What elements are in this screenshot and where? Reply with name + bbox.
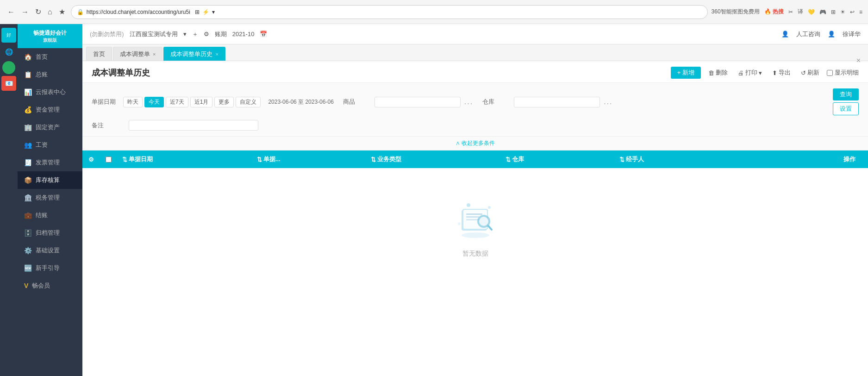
select-all-checkbox[interactable] [106, 157, 112, 163]
sidebar-item-invoice[interactable]: 🧾 发票管理 [18, 154, 82, 171]
goods-filter-input[interactable] [375, 97, 461, 107]
icon-bar: 好 🌐 📧 [0, 24, 18, 376]
tab-cost-adjust-label: 成本调整单 [120, 50, 150, 58]
reload-button[interactable]: ↻ [33, 6, 43, 17]
refresh-icon: ↺ [801, 69, 806, 76]
shortcut-yesterday[interactable]: 昨天 [123, 97, 143, 107]
collapse-bar[interactable]: ∧ 收起更多条件 [82, 137, 868, 150]
icon-bar-green[interactable] [2, 61, 15, 74]
payroll-icon: 👥 [24, 141, 32, 149]
sidebar-item-guide[interactable]: 🆕 新手引导 [18, 259, 82, 277]
warehouse-filter-input[interactable] [514, 97, 600, 107]
shortcut-today[interactable]: 今天 [144, 97, 164, 107]
date-filter-label: 单据日期 [92, 98, 119, 106]
sidebar-label-guide: 新手引导 [36, 264, 60, 272]
menu-icon[interactable]: ≡ [859, 9, 862, 15]
shortcut-7days[interactable]: 近7天 [166, 97, 188, 107]
browser-navigation: ← → ↻ ⌂ ★ [6, 6, 67, 17]
sidebar-item-fixed-assets[interactable]: 🏢 固定资产 [18, 119, 82, 136]
th-num-label: 单据... [263, 155, 281, 163]
print-btn[interactable]: 🖨 打印 ▾ [735, 67, 765, 78]
sidebar-item-reports[interactable]: 📊 云报表中心 [18, 83, 82, 101]
scissors-icon[interactable]: ✂ [788, 9, 793, 15]
th-warehouse-label: 仓库 [512, 155, 524, 163]
service-btn[interactable]: 人工咨询 [796, 30, 820, 38]
th-num[interactable]: ⇅ 单据... [251, 155, 365, 163]
star-button[interactable]: ★ [57, 6, 67, 17]
sidebar-item-payroll[interactable]: 👥 工资 [18, 136, 82, 154]
settings-gear-icon[interactable]: ⚙ [204, 31, 209, 38]
home-button[interactable]: ⌂ [46, 7, 54, 17]
archive-icon: 🗄️ [24, 229, 32, 237]
logo-subtitle: 旗舰版 [43, 37, 57, 44]
svg-rect-5 [466, 216, 479, 218]
tab-cost-adjust-history[interactable]: 成本调整单历史 × [163, 47, 225, 61]
export-btn[interactable]: ⬆ 导出 [769, 67, 793, 78]
svg-point-11 [488, 206, 491, 209]
sidebar-item-settings[interactable]: ⚙️ 基础设置 [18, 242, 82, 259]
calendar-icon[interactable]: 📅 [260, 31, 267, 38]
collapse-icon: ∧ [456, 140, 460, 146]
funds-icon: 💰 [24, 106, 32, 113]
icon-bar-red[interactable]: 📧 [1, 76, 16, 91]
address-bar[interactable]: 🔒 https://cloud.chanjet.com/accounting/u… [71, 5, 708, 19]
th-date[interactable]: ⇅ 单据日期 [117, 155, 251, 163]
sidebar-item-tax[interactable]: 🏛️ 税务管理 [18, 189, 82, 207]
show-detail-toggle[interactable]: 显示明细 [827, 69, 859, 77]
th-check[interactable] [100, 157, 117, 163]
tab-cost-adjust-close[interactable]: × [153, 51, 156, 57]
dropdown-icon[interactable]: ▾ [183, 31, 187, 38]
sidebar-item-member[interactable]: V 畅会员 [18, 277, 82, 295]
shortcut-1month[interactable]: 近1月 [190, 97, 213, 107]
th-person-label: 经手人 [626, 155, 644, 163]
sidebar-item-ledger[interactable]: 📋 总账 [18, 66, 82, 83]
sidebar-item-archive[interactable]: 🗄️ 归档管理 [18, 224, 82, 242]
svg-rect-4 [466, 213, 482, 215]
sidebar-item-funds[interactable]: 💰 资金管理 [18, 101, 82, 119]
guide-icon: 🆕 [24, 264, 32, 272]
shortcut-custom[interactable]: 自定义 [236, 97, 261, 107]
shortcut-more[interactable]: 更多 [214, 97, 234, 107]
home-icon: 🏠 [24, 53, 32, 61]
filter-settings-btn[interactable]: 设置 [833, 102, 859, 115]
new-btn[interactable]: + 新增 [671, 67, 701, 79]
forward-button[interactable]: → [19, 7, 31, 17]
wallet-icon[interactable]: 💛 [808, 9, 815, 15]
sidebar-item-checkout[interactable]: 💼 结账 [18, 207, 82, 224]
translate-icon[interactable]: 译 [798, 8, 803, 16]
th-person[interactable]: ⇅ 经手人 [614, 155, 728, 163]
back-button[interactable]: ← [6, 7, 17, 17]
undo-icon[interactable]: ↩ [850, 9, 855, 15]
page-header: 成本调整单历史 + 新增 🗑 删除 🖨 打印 ▾ ⬆ 导出 [82, 61, 868, 83]
th-date-label: 单据日期 [129, 155, 153, 163]
th-warehouse[interactable]: ⇅ 仓库 [500, 155, 614, 163]
show-detail-checkbox[interactable] [827, 70, 833, 76]
refresh-btn[interactable]: ↺ 刷新 [798, 67, 822, 78]
brightness-icon[interactable]: ☀ [840, 9, 845, 15]
sidebar-label-funds: 资金管理 [36, 106, 60, 114]
grid-icon[interactable]: ⊞ [831, 9, 836, 15]
window-close-btn[interactable]: × [856, 56, 861, 65]
ledger-icon: 📋 [24, 71, 32, 78]
add-company-icon[interactable]: ＋ [192, 30, 198, 38]
tab-cost-adjust-history-label: 成本调整单历史 [170, 50, 212, 58]
query-btn[interactable]: 查询 [833, 88, 859, 100]
action-buttons: 查询 设置 [833, 88, 859, 115]
browser-chevron-icon: ▾ [212, 9, 215, 15]
icon-bar-logo[interactable]: 好 [1, 28, 16, 43]
th-type[interactable]: ⇅ 业务类型 [365, 155, 500, 163]
export-icon: ⬆ [772, 69, 777, 76]
th-settings[interactable]: ⚙ [82, 156, 100, 163]
note-filter-input[interactable] [129, 120, 258, 131]
game-icon[interactable]: 🎮 [819, 9, 826, 15]
tab-cost-adjust[interactable]: 成本调整单 × [113, 47, 162, 61]
tab-cost-adjust-history-close[interactable]: × [215, 51, 218, 57]
company-note: (勿删勿禁用) [90, 30, 124, 38]
warehouse-more-btn[interactable]: ... [604, 98, 612, 106]
delete-btn[interactable]: 🗑 删除 [706, 67, 731, 78]
icon-bar-weibo[interactable]: 🌐 [1, 44, 16, 59]
goods-more-btn[interactable]: ... [464, 98, 473, 106]
tab-home[interactable]: 首页 [86, 47, 112, 61]
sidebar-item-home[interactable]: 🏠 首页 [18, 48, 82, 66]
sidebar-item-inventory[interactable]: 📦 库存核算 [18, 171, 82, 189]
